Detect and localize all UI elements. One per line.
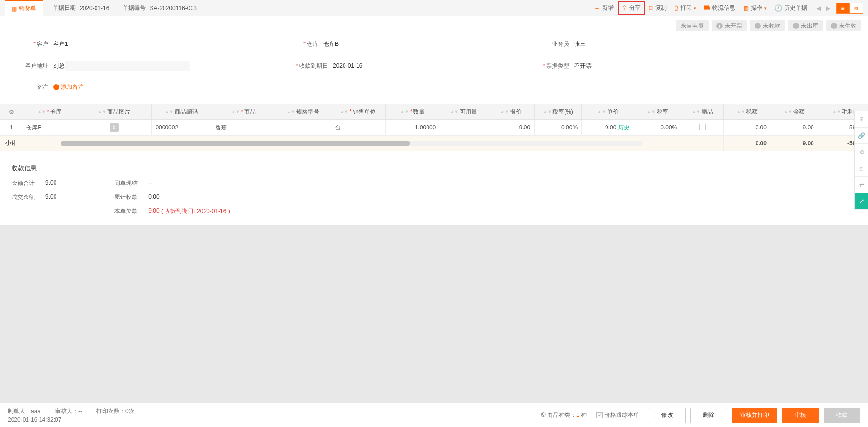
history-icon: 🕘 [774, 4, 782, 12]
user-icon: ☺ [858, 165, 864, 172]
horizontal-scrollbar[interactable] [61, 141, 642, 146]
checkbox-icon: ✓ [596, 412, 603, 418]
cell-price[interactable]: 9.00历史 [582, 120, 634, 136]
col-quote[interactable]: ▲▼报价 [487, 104, 535, 120]
col-code[interactable]: ▲▼商品编码 [152, 104, 211, 120]
paydue-value[interactable]: 2020-01-16 [333, 62, 362, 69]
col-spec[interactable]: ▲▼规格型号 [276, 104, 331, 120]
flow-icon: ⇄ [859, 182, 864, 188]
history-button[interactable]: 🕘历史单据 [771, 2, 811, 14]
footer-timestamp: 2020-01-16 14:32:07 [8, 415, 135, 424]
gear-icon: ⚙ [9, 109, 14, 115]
paperclip-icon: 🔗 [858, 132, 865, 139]
col-warehouse[interactable]: ▲▼*仓库 [22, 104, 77, 120]
cell-unit[interactable]: 台 [331, 120, 385, 136]
view-list-button[interactable]: ≡ [836, 3, 850, 14]
cell-quote[interactable]: 9.00 [487, 120, 535, 136]
list-icon: ≡ [841, 5, 844, 12]
new-button[interactable]: ＋新增 [590, 2, 618, 14]
print-button[interactable]: ⎙打印▾ [671, 2, 700, 14]
receive-button[interactable]: 收款 [824, 408, 860, 423]
detail-icon: ⧇ [854, 5, 858, 12]
price-history-link[interactable]: 历史 [618, 124, 630, 131]
subtotal-label: 小计 [0, 136, 22, 151]
cell-available [440, 120, 487, 136]
copy-button[interactable]: ⧉复制 [645, 2, 671, 14]
warehouse-value[interactable]: 仓库B [323, 40, 339, 48]
delete-button[interactable]: 删除 [690, 408, 727, 423]
footer-meta: 制单人：aaa 审核人：-- 打印次数：0次 2020-01-16 14:32:… [8, 407, 135, 424]
col-amount[interactable]: ▲▼金额 [771, 104, 818, 120]
cell-product[interactable]: 香蕉 [211, 120, 276, 136]
subtotal-row: 小计 0.00 9.00 -59.21 [0, 136, 868, 151]
view-detail-button[interactable]: ⧇ [850, 3, 863, 14]
status-unpaid[interactable]: i未收款 [750, 20, 785, 31]
rail-note-button[interactable]: 🗎 [855, 111, 868, 128]
status-unshipped[interactable]: i未出库 [788, 20, 823, 31]
status-inactive[interactable]: i未生效 [826, 20, 861, 31]
doc-date-label: 单据日期 [53, 4, 76, 12]
doc-no-label: 单据编号 [123, 4, 146, 12]
col-tax[interactable]: ▲▼税额 [723, 104, 771, 120]
cell-taxrate[interactable]: 0.00% [535, 120, 582, 136]
footer-bar: 制单人：aaa 审核人：-- 打印次数：0次 2020-01-16 14:32:… [0, 403, 868, 427]
copy-icon: ⧉ [649, 4, 653, 12]
prev-record-button[interactable]: ◀ [814, 3, 823, 13]
customer-value[interactable]: 客户1 [53, 40, 68, 48]
cell-rate2[interactable]: 0.00% [634, 120, 681, 136]
col-gift[interactable]: ▲▼赠品 [681, 104, 724, 120]
chevron-down-icon: ▾ [694, 6, 696, 11]
cumpay-value: 0.00 [148, 193, 159, 201]
cell-qty[interactable]: 1.00000 [385, 120, 440, 136]
paydue-label: 收款到期日 [299, 62, 328, 69]
gift-checkbox[interactable] [699, 124, 706, 130]
col-gear[interactable]: ⚙ [0, 104, 22, 120]
cell-spec[interactable] [276, 120, 331, 136]
next-record-button[interactable]: ▶ [824, 3, 832, 13]
expand-icon: ⤢ [859, 198, 864, 205]
logistics-button[interactable]: ⛟物流信息 [700, 2, 739, 14]
audit-button[interactable]: 审核 [782, 408, 819, 423]
cell-gift[interactable] [681, 120, 724, 136]
col-qty[interactable]: ▲▼*数量 [385, 104, 440, 120]
col-product[interactable]: ▲▼*商品 [211, 104, 276, 120]
ops-button[interactable]: ▦操作▾ [739, 2, 771, 14]
cell-image[interactable]: b [77, 120, 152, 136]
subtotal-tax: 0.00 [723, 136, 771, 151]
scrollbar-thumb[interactable] [61, 141, 410, 146]
auditor-value: -- [78, 408, 82, 414]
add-note-button[interactable]: +添加备注 [53, 83, 84, 91]
col-image[interactable]: ▲▼商品图片 [77, 104, 152, 120]
tab-title: 销货单 [19, 4, 36, 13]
salesman-value[interactable]: 张三 [574, 40, 586, 48]
share-icon: ⇪ [622, 4, 627, 12]
col-price[interactable]: ▲▼单价 [582, 104, 634, 120]
share-button[interactable]: ⇪分享 [618, 1, 645, 15]
modify-button[interactable]: 修改 [649, 408, 686, 423]
plus-icon: ＋ [594, 4, 600, 13]
table-row[interactable]: 1 仓库B b 0000002 香蕉 台 1.00000 9.00 0.00% … [0, 120, 868, 136]
doc-no-value: SA-20200116-003 [150, 5, 196, 12]
col-taxrate[interactable]: ▲▼税率(%) [535, 104, 582, 120]
rail-flow-button[interactable]: ⇄ [855, 177, 868, 193]
col-available[interactable]: ▲▼可用量 [440, 104, 487, 120]
rail-attach-button[interactable]: 🔗 [855, 128, 868, 144]
rail-user-button[interactable]: ☺ [855, 160, 868, 177]
cell-warehouse[interactable]: 仓库B [22, 120, 77, 136]
cell-code[interactable]: 0000002 [152, 120, 211, 136]
status-uninvoiced[interactable]: i未开票 [712, 20, 747, 31]
rail-expand-button[interactable]: ⤢ [855, 193, 868, 210]
tab-sales-order[interactable]: ▥ 销货单 [5, 0, 43, 16]
deal-label: 成交金额 [12, 193, 45, 201]
right-rail: 🗎 🔗 ⟲ ☺ ⇄ ⤢ [854, 111, 868, 210]
col-unit[interactable]: ▲▼*销售单位 [331, 104, 385, 120]
rail-refresh-button[interactable]: ⟲ [855, 144, 868, 160]
warehouse-label: 仓库 [307, 41, 318, 47]
audit-print-button[interactable]: 审核并打印 [732, 408, 777, 423]
info-icon: i [716, 23, 723, 29]
cell-amount: 9.00 [771, 120, 818, 136]
invoice-type-value[interactable]: 不开票 [574, 62, 592, 70]
addr-value[interactable]: 刘总 [53, 62, 65, 70]
price-follow-checkbox[interactable]: ✓价格跟踪本单 [596, 411, 639, 419]
col-rate2[interactable]: ▲▼税率 [634, 104, 681, 120]
